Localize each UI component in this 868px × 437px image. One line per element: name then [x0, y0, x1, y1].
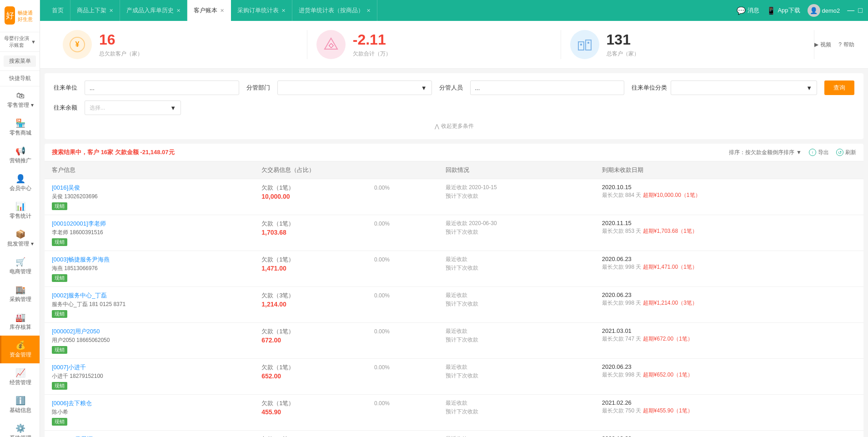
debt-total-label: 欠款合计（万）: [353, 50, 391, 58]
avatar: 👤: [808, 4, 820, 17]
sidebar-item-operations[interactable]: 📈 经营管理: [0, 363, 40, 391]
tab-customer-account-close[interactable]: ✕: [220, 8, 224, 14]
summary-count: 16家: [101, 149, 113, 156]
overdue-days: 最长欠款 747 天 超期¥672.00（1笔）: [602, 335, 856, 343]
balance-arrow-icon: ▼: [170, 105, 176, 111]
overdue-link[interactable]: 超期¥672.00（1笔）: [643, 336, 693, 342]
query-button[interactable]: 查询: [824, 80, 854, 95]
collapse-icon: ⋀: [435, 123, 439, 130]
overdue-days: 最长欠款 998 天 超期¥1,214.00（3笔）: [602, 299, 856, 307]
customer-name-link[interactable]: [0003]畅捷服务尹海燕: [52, 256, 247, 264]
debt-amount: 455.90: [261, 408, 360, 416]
sidebar-item-marketing[interactable]: 📢 营销推广: [0, 141, 40, 169]
sidebar-item-batch-mgmt[interactable]: 📦 批发管理 ▾: [0, 225, 40, 252]
debt-customers-label: 总欠款客户（家）: [99, 50, 143, 58]
overdue-link[interactable]: 超期¥1,703.68（1笔）: [643, 228, 697, 234]
tab-purchase-order-close[interactable]: ✕: [281, 8, 286, 14]
help-action[interactable]: ? 帮助: [838, 41, 854, 49]
refresh-label: 刷新: [845, 149, 856, 156]
tab-incoming-stats-close[interactable]: ✕: [366, 8, 371, 14]
maximize-button[interactable]: □: [858, 6, 863, 15]
view-video-action[interactable]: ▶ 视频: [814, 41, 831, 49]
member-icon: 👤: [3, 174, 38, 184]
ecommerce-icon: 🛒: [3, 257, 38, 267]
customer-name-link[interactable]: [000002]用户2050: [52, 327, 247, 336]
collapse-button[interactable]: ⋀ 收起更多条件: [435, 122, 474, 130]
stat-card-debt-total: ◇ -2.11 欠款合计（万）: [307, 30, 561, 59]
tab-product-history[interactable]: 产成品入库单历史 ✕: [120, 0, 187, 21]
user-action[interactable]: 👤 demo2: [808, 4, 840, 17]
debt-count: 欠款（1笔）: [261, 256, 360, 264]
sidebar-item-retail-stats[interactable]: 📊 零售统计: [0, 197, 40, 225]
customer-name-link[interactable]: [0001020001]李老师: [52, 220, 247, 228]
sidebar-item-basic-info[interactable]: ℹ️ 基础信息: [0, 391, 40, 419]
minimize-button[interactable]: —: [847, 6, 854, 15]
tab-incoming-stats[interactable]: 进货单统计表（按商品） ✕: [292, 0, 377, 21]
cell-debt-info: 欠款（1笔） 455.90: [254, 395, 367, 431]
debt-percent: 0.00%: [374, 364, 431, 371]
supplier-label: 往来单位: [54, 84, 81, 92]
debt-amount: 1,703.68: [261, 229, 360, 236]
dept-label: 分管部门: [246, 84, 274, 92]
filter-area: 往来单位 ... 分管部门 ▼ 分管人员: [45, 73, 863, 139]
total-customers-icon: [570, 30, 599, 59]
sidebar-item-capital[interactable]: 💰 资金管理: [0, 336, 40, 363]
app-download-action[interactable]: 📱 App下载: [767, 6, 800, 15]
tab-product-listing-close[interactable]: ✕: [109, 8, 113, 14]
sort-button[interactable]: 排序：按欠款金额倒序排序 ▼: [729, 149, 802, 156]
sidebar-item-inventory[interactable]: 🏭 库存核算: [0, 308, 40, 336]
marketing-icon: 📢: [3, 146, 38, 156]
tab-home[interactable]: 首页: [45, 0, 70, 21]
sidebar-item-retail-mgmt[interactable]: 🛍 零售管理 ▾: [0, 86, 40, 114]
overdue-date: 2021.02.26: [602, 399, 856, 406]
menu-search[interactable]: 搜索菜单: [0, 52, 40, 71]
th-recover: 回款情况: [438, 161, 595, 179]
tab-purchase-order[interactable]: 采购订单统计表 ✕: [231, 0, 292, 21]
overdue-link[interactable]: 超期¥1,471.00（1笔）: [643, 264, 697, 270]
recover-next: 预计下次收款: [446, 264, 587, 272]
tab-product-listing[interactable]: 商品上下架 ✕: [70, 0, 120, 21]
customer-name-link[interactable]: [0002]服务中心_丁磊: [52, 291, 247, 300]
account-selector[interactable]: 母婴行业演示账套 ▼: [0, 32, 40, 52]
sidebar-item-system[interactable]: ⚙️ 系统管理: [0, 419, 40, 437]
quick-nav[interactable]: 快捷导航: [0, 71, 40, 86]
cell-debt-info: 欠款（1笔） 429.00: [254, 431, 367, 437]
sidebar-item-ecommerce[interactable]: 🛒 电商管理: [0, 252, 40, 280]
sidebar-item-purchase[interactable]: 🏬 采购管理: [0, 280, 40, 308]
customer-tag: 现销: [52, 238, 67, 246]
supplier-input[interactable]: ...: [85, 80, 239, 95]
customer-name-link[interactable]: [0006]去下粮仓: [52, 399, 247, 407]
customer-name-link[interactable]: [000001]黄思源: [52, 435, 247, 437]
export-button[interactable]: ↑ 导出: [809, 149, 829, 156]
overdue-link[interactable]: 超期¥652.00（1笔）: [643, 372, 693, 378]
refresh-button[interactable]: ↺ 刷新: [836, 149, 856, 156]
results-tools: 排序：按欠款金额倒序排序 ▼ ↑ 导出 ↺ 刷新: [729, 149, 856, 156]
cell-debt-percent: 0.00%: [367, 395, 438, 431]
customer-phone: 小进千 18279152100: [52, 372, 247, 380]
person-input[interactable]: ...: [470, 80, 625, 95]
overdue-link[interactable]: 超期¥455.90（1笔）: [643, 407, 693, 414]
overdue-link[interactable]: 超期¥1,214.00（3笔）: [643, 300, 697, 306]
balance-select[interactable]: 选择... ▼: [85, 100, 181, 115]
operations-icon: 📈: [3, 368, 38, 378]
overdue-date: 2020.06.23: [602, 291, 856, 298]
customer-name-link[interactable]: [0016]吴俊: [52, 184, 247, 192]
view-video-label: 视频: [820, 41, 831, 49]
category-select[interactable]: ▼: [671, 80, 817, 95]
sidebar-item-retail-mall[interactable]: 🏪 零售商城: [0, 114, 40, 141]
cell-debt-info: 欠款（1笔） 1,471.00: [254, 251, 367, 287]
person-dots: ...: [475, 85, 480, 91]
tab-customer-account[interactable]: 客户账本 ✕: [187, 0, 231, 21]
overdue-days: 最长欠款 884 天 超期¥10,000.00（1笔）: [602, 191, 856, 199]
debt-count: 欠款（3笔）: [261, 291, 360, 300]
message-action[interactable]: 💬 消息: [737, 6, 759, 15]
debt-amount: 10,000.00: [261, 193, 360, 200]
person-label: 分管人员: [439, 84, 467, 92]
dept-select[interactable]: ▼: [277, 80, 432, 95]
sidebar-item-member[interactable]: 👤 会员中心: [0, 169, 40, 197]
customer-name-link[interactable]: [0007]小进千: [52, 363, 247, 372]
table-row: [0007]小进千 小进千 18279152100 现销 欠款（1笔） 652.…: [45, 359, 863, 395]
overdue-link[interactable]: 超期¥10,000.00（1笔）: [643, 192, 701, 198]
basic-info-icon: ℹ️: [3, 396, 38, 406]
tab-product-history-close[interactable]: ✕: [176, 8, 181, 14]
